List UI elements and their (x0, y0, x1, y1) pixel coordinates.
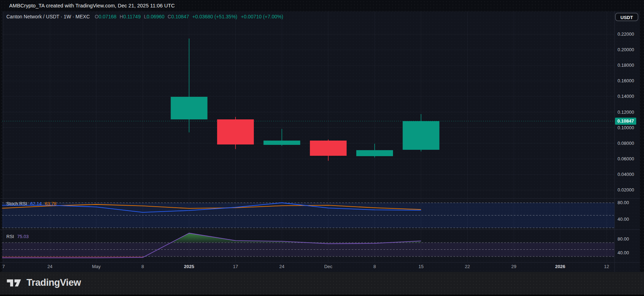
time-axis-label[interactable]: 8 (373, 264, 376, 270)
change-absolute: +0.03680 (+51.35%) (192, 14, 238, 19)
price-tick-label: 0.22000 (618, 31, 634, 37)
stoch-rsi-legend[interactable]: Stoch RSI 62.14 63.78 (6, 201, 56, 206)
price-tick-label: 0.02000 (618, 187, 634, 193)
ohlc-value: 0.10847 (171, 14, 189, 19)
symbol-title[interactable]: Canton Network / USDT · 1W · MEXC (6, 14, 90, 19)
ohlc-letter: H (120, 14, 123, 19)
ohlc-letter: O (95, 14, 99, 19)
price-tick-label: 0.04000 (618, 172, 634, 177)
time-axis-label[interactable]: 2026 (555, 264, 565, 270)
ohlc-field: C0.10847 (168, 14, 189, 19)
price-tick-label: 0.16000 (618, 78, 634, 84)
ohlc-letter: C (168, 14, 171, 19)
candle-body[interactable] (171, 97, 208, 119)
ohlc-value: 0.06960 (147, 14, 165, 19)
candle-body[interactable] (217, 119, 254, 144)
time-axis-label[interactable]: 7 (2, 264, 5, 270)
price-tick-label: 0.08000 (618, 141, 634, 146)
time-axis-label[interactable]: 29 (511, 264, 516, 270)
tradingview-logo-icon (6, 278, 23, 288)
ohlc-value: 0.07168 (99, 14, 117, 19)
price-tick-label: 0.18000 (618, 63, 634, 68)
time-axis-label[interactable]: 2025 (184, 264, 194, 270)
chart-canvas (0, 0, 644, 296)
indicator-tick-label: 80.00 (618, 200, 629, 206)
bottom-black-bar (0, 295, 644, 296)
tradingview-footer: TradingView (0, 272, 644, 295)
last-price-label: 0.10847 (615, 118, 636, 125)
tradingview-brand[interactable]: TradingView (6, 277, 644, 288)
time-axis-label[interactable]: 15 (418, 264, 423, 270)
tradingview-chart-screenshot: AMBCrypto_TA created with TradingView.co… (0, 0, 644, 296)
ohlc-value: 0.11749 (123, 14, 141, 19)
ohlc-readout: O0.07168H0.11749L0.06960C0.10847 (95, 14, 192, 19)
candle-body[interactable] (402, 121, 439, 150)
price-tick-label: 0.20000 (618, 47, 634, 53)
currency-toggle-button[interactable]: USDT (615, 13, 638, 21)
tradingview-wordmark: TradingView (26, 277, 81, 288)
rsi-value: 75.03 (17, 234, 29, 239)
time-axis-label[interactable]: 24 (47, 264, 52, 270)
stoch-d-value: 63.78 (45, 201, 56, 206)
time-axis-label[interactable]: 12 (604, 264, 609, 270)
time-axis-label[interactable]: 17 (233, 264, 238, 270)
indicator-tick-label: 80.00 (618, 236, 629, 242)
price-tick-label: 0.06000 (618, 156, 634, 162)
price-tick-label: 0.10000 (618, 125, 634, 131)
candle-body[interactable] (263, 141, 300, 145)
time-axis-label[interactable]: 22 (465, 264, 470, 270)
stoch-rsi-label[interactable]: Stoch RSI (6, 201, 27, 206)
time-axis-label[interactable]: 8 (142, 264, 144, 270)
change-secondary: +0.00710 (+7.00%) (241, 14, 283, 19)
rsi-legend[interactable]: RSI 75.03 (6, 234, 29, 239)
ohlc-field: L0.06960 (144, 14, 164, 19)
time-axis-label[interactable]: Dec (324, 264, 332, 270)
stoch-k-value: 62.14 (30, 201, 42, 206)
rsi-overbought-fill (171, 233, 421, 243)
indicator-tick-label: 40.00 (618, 217, 629, 222)
indicator-tick-label: 40.00 (618, 250, 629, 256)
ohlc-field: H0.11749 (120, 14, 141, 19)
ohlc-field: O0.07168 (95, 14, 117, 19)
symbol-info-bar[interactable]: Canton Network / USDT · 1W · MEXC O0.071… (6, 14, 287, 19)
time-axis-label[interactable]: 24 (279, 264, 284, 270)
rsi-label[interactable]: RSI (6, 234, 14, 239)
time-axis-label[interactable]: May (92, 264, 101, 270)
candle-body[interactable] (356, 150, 393, 156)
price-tick-label: 0.12000 (618, 109, 634, 115)
candle-body[interactable] (310, 141, 347, 156)
price-tick-label: 0.14000 (618, 94, 634, 99)
